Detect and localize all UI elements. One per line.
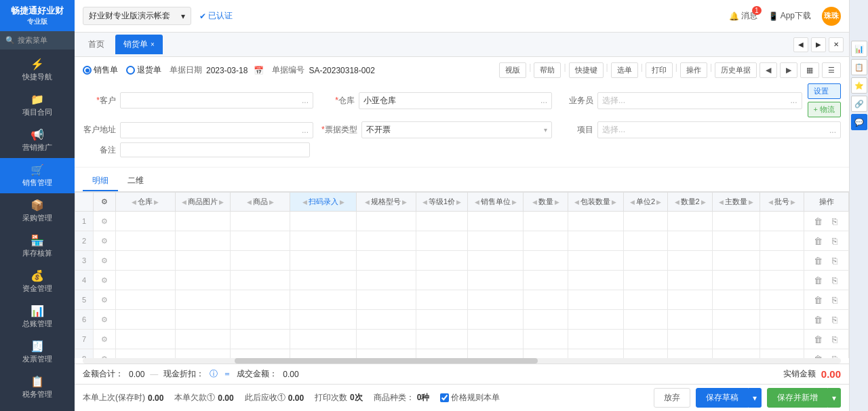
cell-spec-5[interactable]: [357, 290, 416, 310]
sort-next-unit[interactable]: ▶: [512, 199, 517, 206]
cell-spec-2[interactable]: [357, 231, 416, 251]
cell-unit-8[interactable]: [468, 349, 524, 359]
select-btn[interactable]: 选单: [611, 62, 638, 78]
sort-next-grade[interactable]: ▶: [456, 199, 461, 206]
cell-main-5[interactable]: [712, 290, 760, 310]
sort-prev-batch[interactable]: ◀: [302, 199, 307, 206]
copy-row-3[interactable]: ⎘: [828, 254, 842, 267]
cell-unit2-3[interactable]: [623, 251, 668, 271]
cell-pkg-4[interactable]: [568, 271, 623, 290]
cell-pkg-7[interactable]: [568, 330, 623, 349]
cell-grade-5[interactable]: [416, 290, 468, 310]
cell-unit-7[interactable]: [468, 330, 524, 349]
table-tab-mingxi[interactable]: 明细: [83, 172, 118, 191]
cell-unit2-6[interactable]: [623, 310, 668, 330]
cell-img-8[interactable]: [175, 349, 231, 359]
app-download-btn[interactable]: 📱 App下载: [768, 10, 811, 22]
calendar-icon[interactable]: 📅: [254, 66, 264, 75]
cell-pkg-1[interactable]: [568, 212, 623, 231]
cell-batch2-1[interactable]: [760, 212, 804, 231]
sort-next-batch[interactable]: ▶: [340, 199, 344, 206]
save-new-dropdown-btn[interactable]: ▾: [828, 388, 841, 408]
cell-spec-8[interactable]: [357, 349, 416, 359]
cell-goods-1[interactable]: [231, 212, 290, 231]
cell-img-1[interactable]: [175, 212, 231, 231]
sidebar-item-general[interactable]: 📊总账管理: [0, 299, 75, 334]
cell-img-2[interactable]: [175, 231, 231, 251]
cell-goods-3[interactable]: [231, 251, 290, 271]
sort-prev-qty[interactable]: ◀: [532, 199, 537, 206]
cell-warehouse-8[interactable]: [116, 349, 175, 359]
cell-grade-1[interactable]: [416, 212, 468, 231]
sort-next-qty[interactable]: ▶: [555, 199, 559, 206]
cell-pkg-3[interactable]: [568, 251, 623, 271]
tab-next-btn[interactable]: ▶: [811, 37, 826, 52]
cell-qty-8[interactable]: [524, 349, 568, 359]
settings-icon[interactable]: ⚙: [101, 315, 108, 324]
sidebar-item-invoice[interactable]: 🧾发票管理: [0, 334, 75, 370]
cell-warehouse-4[interactable]: [116, 271, 175, 290]
save-draft-dropdown-btn[interactable]: ▾: [749, 388, 762, 408]
delete-row-2[interactable]: 🗑: [812, 234, 825, 248]
sidebar-item-capital[interactable]: 💰资金管理: [0, 264, 75, 299]
row-settings-4[interactable]: ⚙: [94, 271, 116, 290]
salesperson-input[interactable]: 选择... ...: [597, 92, 802, 109]
scrollbar-track[interactable]: [83, 358, 841, 364]
cell-goods-7[interactable]: [231, 330, 290, 349]
cell-pkg-5[interactable]: [568, 290, 623, 310]
print-btn[interactable]: 打印: [646, 62, 673, 78]
cell-grade-4[interactable]: [416, 271, 468, 290]
cell-grade-8[interactable]: [416, 349, 468, 359]
sort-prev-warehouse[interactable]: ◀: [132, 199, 136, 206]
row-settings-1[interactable]: ⚙: [94, 212, 116, 231]
cell-spec-6[interactable]: [357, 310, 416, 330]
row-settings-6[interactable]: ⚙: [94, 310, 116, 330]
cell-goods-4[interactable]: [231, 271, 290, 290]
settings-icon[interactable]: ⚙: [101, 217, 108, 225]
sort-prev-goods[interactable]: ◀: [247, 199, 252, 206]
settings-icon[interactable]: ⚙: [101, 296, 108, 304]
cell-goods-6[interactable]: [231, 310, 290, 330]
cell-warehouse-1[interactable]: [116, 212, 175, 231]
row-settings-7[interactable]: ⚙: [94, 330, 116, 349]
cell-ops-3[interactable]: 🗑⎘: [804, 251, 849, 271]
cell-unit2-7[interactable]: [623, 330, 668, 349]
sidebar-item-tax[interactable]: 📋税务管理: [0, 370, 75, 405]
sidebar-item-inventory[interactable]: 🏪库存核算: [0, 229, 75, 264]
cell-batch-1[interactable]: [290, 212, 356, 231]
right-btn-5[interactable]: 💬: [851, 114, 867, 130]
cell-batch2-3[interactable]: [760, 251, 804, 271]
cell-unit-4[interactable]: [468, 271, 524, 290]
cell-qty2-7[interactable]: [668, 330, 713, 349]
cell-qty-5[interactable]: [524, 290, 568, 310]
cell-unit2-5[interactable]: [623, 290, 668, 310]
cell-qty2-4[interactable]: [668, 271, 713, 290]
cell-img-7[interactable]: [175, 330, 231, 349]
cell-spec-3[interactable]: [357, 251, 416, 271]
cell-grade-7[interactable]: [416, 330, 468, 349]
row-settings-3[interactable]: ⚙: [94, 251, 116, 271]
cell-ops-7[interactable]: 🗑⎘: [804, 330, 849, 349]
cell-qty-2[interactable]: [524, 231, 568, 251]
row-settings-8[interactable]: ⚙: [94, 349, 116, 359]
cell-main-2[interactable]: [712, 231, 760, 251]
cell-main-6[interactable]: [712, 310, 760, 330]
sort-next-goods[interactable]: ▶: [269, 199, 274, 206]
sidebar-item-sales[interactable]: 🛒销售管理: [0, 158, 75, 193]
right-btn-3[interactable]: ⭐: [851, 77, 867, 94]
save-new-btn[interactable]: 保存并新增: [767, 388, 828, 408]
cell-unit-1[interactable]: [468, 212, 524, 231]
cell-qty-3[interactable]: [524, 251, 568, 271]
cell-ops-4[interactable]: 🗑⎘: [804, 271, 849, 290]
copy-row-2[interactable]: ⎘: [828, 234, 842, 248]
grid-view-btn[interactable]: ▦: [800, 62, 819, 78]
cell-goods-2[interactable]: [231, 231, 290, 251]
sidebar-search[interactable]: 🔍 搜索菜单: [0, 31, 75, 50]
invoice-select[interactable]: 不开票 ▾: [361, 121, 552, 138]
tab-home[interactable]: 首页: [80, 35, 113, 54]
cell-warehouse-3[interactable]: [116, 251, 175, 271]
company-select[interactable]: 好业财专业版演示帐套 ▾: [83, 7, 191, 25]
settings-icon[interactable]: ⚙: [101, 256, 108, 265]
sort-next-unit2[interactable]: ▶: [656, 199, 661, 206]
sort-next-warehouse[interactable]: ▶: [154, 199, 159, 206]
